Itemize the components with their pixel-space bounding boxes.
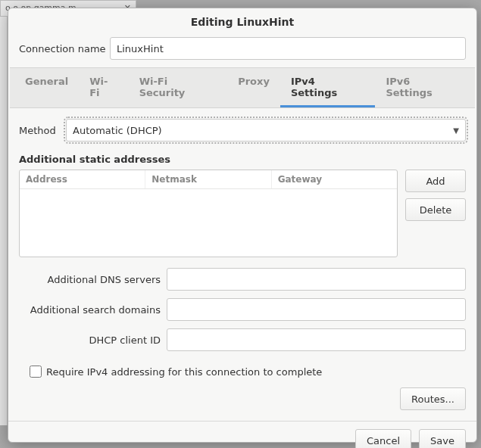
tab-wifi[interactable]: Wi-Fi bbox=[79, 68, 128, 107]
method-label: Method bbox=[19, 125, 66, 136]
addresses-table[interactable]: Address Netmask Gateway bbox=[19, 170, 398, 257]
delete-button[interactable]: Delete bbox=[405, 198, 466, 221]
cancel-button[interactable]: Cancel bbox=[355, 429, 411, 448]
tab-ipv4-settings[interactable]: IPv4 Settings bbox=[280, 68, 376, 107]
dhcp-client-id-label: DHCP client ID bbox=[19, 334, 167, 346]
col-gateway: Gateway bbox=[272, 170, 397, 188]
chevron-down-icon: ▼ bbox=[453, 126, 459, 135]
tab-ipv6-settings[interactable]: IPv6 Settings bbox=[375, 68, 470, 107]
col-address: Address bbox=[20, 170, 145, 188]
col-netmask: Netmask bbox=[145, 170, 271, 188]
tab-general[interactable]: General bbox=[14, 68, 79, 107]
ipv4-panel: Method Automatic (DHCP) ▼ Additional sta… bbox=[8, 108, 476, 421]
tab-wifi-security[interactable]: Wi-Fi Security bbox=[129, 68, 228, 107]
dns-servers-label: Additional DNS servers bbox=[19, 274, 167, 285]
tab-proxy[interactable]: Proxy bbox=[227, 68, 280, 107]
tab-bar: General Wi-Fi Wi-Fi Security Proxy IPv4 … bbox=[10, 67, 475, 108]
background-strip bbox=[0, 17, 8, 425]
connection-name-input[interactable] bbox=[110, 37, 466, 60]
method-value: Automatic (DHCP) bbox=[73, 125, 162, 136]
require-ipv4-label: Require IPv4 addressing for this connect… bbox=[46, 366, 322, 378]
method-select[interactable]: Automatic (DHCP) ▼ bbox=[66, 119, 466, 142]
edit-connection-dialog: Editing LinuxHint Connection name Genera… bbox=[8, 8, 477, 443]
add-button[interactable]: Add bbox=[405, 170, 466, 192]
routes-button[interactable]: Routes... bbox=[400, 387, 466, 410]
dhcp-client-id-input[interactable] bbox=[167, 328, 466, 351]
addresses-section-label: Additional static addresses bbox=[19, 154, 466, 165]
search-domains-input[interactable] bbox=[167, 298, 466, 321]
dns-servers-input[interactable] bbox=[167, 268, 466, 291]
connection-name-label: Connection name bbox=[19, 43, 110, 54]
require-ipv4-checkbox[interactable] bbox=[30, 366, 42, 378]
addresses-header: Address Netmask Gateway bbox=[20, 170, 397, 189]
search-domains-label: Additional search domains bbox=[19, 304, 167, 316]
save-button[interactable]: Save bbox=[419, 429, 466, 448]
dialog-footer: Cancel Save bbox=[8, 421, 476, 448]
dialog-title: Editing LinuxHint bbox=[8, 8, 476, 37]
